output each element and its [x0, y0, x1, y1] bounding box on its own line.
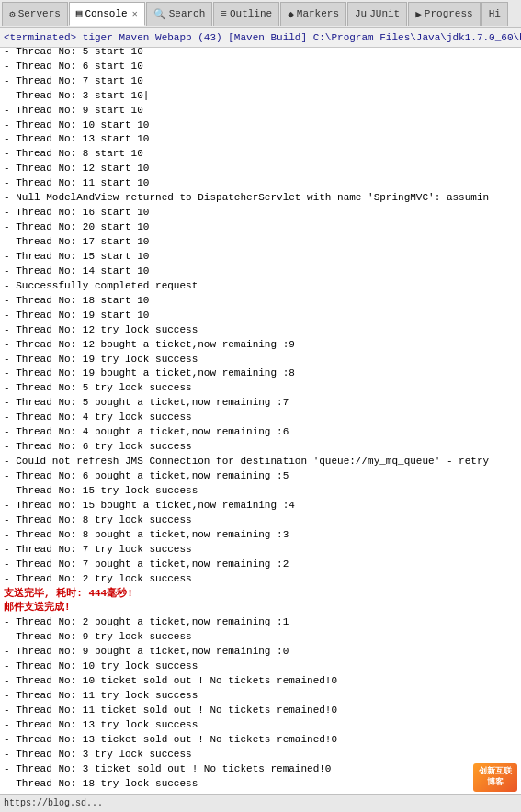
watermark-box: 创新互联 博客: [473, 763, 517, 792]
console-line: - Null ModelAndView returned to Dispatch…: [4, 191, 517, 206]
tab-junit-label: JUnit: [369, 8, 400, 19]
console-line: - Thread No: 13 ticket sold out ! No tic…: [4, 733, 517, 748]
console-line: - Thread No: 16 start 10: [4, 206, 517, 220]
console-line: - Thread No: 9 try lock success: [4, 630, 517, 645]
console-line: - Thread No: 12 start 10: [4, 162, 517, 176]
console-line: - Thread No: 6 bought a ticket,now remai…: [4, 469, 517, 484]
console-line: - Thread No: 12 try lock success: [4, 323, 517, 338]
console-line: - Thread No: 18 try lock success: [4, 777, 517, 792]
console-line: - Thread No: 4 bought a ticket,now remai…: [4, 425, 517, 440]
console-line: - Thread No: 9 bought a ticket,now remai…: [4, 645, 517, 660]
console-line: - Thread No: 12 bought a ticket,now rema…: [4, 338, 517, 353]
console-line: - Thread No: 11 try lock success: [4, 689, 517, 704]
console-line: - Thread No: 15 bought a ticket,now rema…: [4, 499, 517, 513]
tab-bar: ⚙ Servers ▤ Console ✕ 🔍 Search ≡ Outline…: [0, 0, 521, 28]
tab-progress-label: Progress: [425, 8, 473, 19]
console-line: - Thread No: 6 start 10: [4, 60, 517, 74]
console-line: - Thread No: 20 start 10: [4, 220, 517, 235]
status-text: https://blog.sd...: [4, 798, 103, 808]
console-line: - Thread No: 4 try lock success: [4, 411, 517, 425]
console-line: - Thread No: 2 bought a ticket,now remai…: [4, 615, 517, 630]
console-line: - Thread No: 11 start 10: [4, 176, 517, 191]
console-line: - Thread No: 3 start 10|: [4, 89, 517, 104]
tab-markers-label: Markers: [297, 8, 339, 19]
console-line: - Thread No: 8 try lock success: [4, 513, 517, 528]
hi-icon: Hi: [489, 8, 501, 19]
console-line: - Thread No: 7 bought a ticket,now remai…: [4, 558, 517, 572]
command-text: <terminated> tiger Maven Webapp (43) [Ma…: [4, 32, 521, 43]
console-line: - Thread No: 5 try lock success: [4, 381, 517, 396]
console-close-button[interactable]: ✕: [132, 8, 138, 19]
console-line: - Thread No: 11 ticket sold out ! No tic…: [4, 704, 517, 718]
console-line: - Could not refresh JMS Connection for d…: [4, 455, 517, 469]
console-line: - Thread No: 3 try lock success: [4, 748, 517, 762]
console-line: - Thread No: 5 bought a ticket,now remai…: [4, 396, 517, 411]
console-line: - Thread No: 17 start 10: [4, 235, 517, 250]
watermark: 创新互联 博客: [473, 763, 517, 792]
progress-icon: ▶: [415, 8, 422, 20]
console-line: - Thread No: 18 start 10: [4, 294, 517, 309]
console-line: - Thread No: 19 bought a ticket,now rema…: [4, 367, 517, 381]
tab-markers[interactable]: ◆ Markers: [280, 2, 346, 26]
console-line: - Successfully completed request: [4, 279, 517, 294]
console-line: 支送完毕, 耗时: 444毫秒!: [4, 587, 517, 602]
console-line: - Thread No: 15 try lock success: [4, 484, 517, 499]
console-icon: ▤: [76, 7, 83, 19]
tab-servers-label: Servers: [18, 8, 61, 19]
console-line: - Thread No: 19 try lock success: [4, 353, 517, 367]
console-line: - Thread No: 3 ticket sold out ! No tick…: [4, 762, 517, 777]
console-line: - Thread No: 5 start 10: [4, 48, 517, 60]
console-line: - Thread No: 7 try lock success: [4, 543, 517, 558]
console-output[interactable]: - Thread No: 1 start 10- Thread No: 2 st…: [0, 48, 521, 794]
status-bar: https://blog.sd...: [0, 794, 521, 812]
console-line: - Thread No: 14 start 10: [4, 265, 517, 279]
console-line: - Thread No: 10 start 10: [4, 118, 517, 133]
console-line: - Thread No: 13 start 10: [4, 132, 517, 147]
console-line: - Thread No: 6 try lock success: [4, 440, 517, 455]
tab-search[interactable]: 🔍 Search: [146, 2, 213, 26]
console-line: - Thread No: 19 start 10: [4, 309, 517, 323]
tab-servers[interactable]: ⚙ Servers: [2, 2, 68, 26]
tab-progress[interactable]: ▶ Progress: [408, 2, 480, 26]
console-line: - Thread No: 9 start 10: [4, 104, 517, 118]
console-line: - Thread No: 7 start 10: [4, 74, 517, 89]
tab-junit[interactable]: Ju JUnit: [347, 2, 407, 26]
console-line: 邮件支送完成!: [4, 601, 517, 615]
console-line: - Thread No: 8 bought a ticket,now remai…: [4, 528, 517, 543]
console-line: - Thread No: 2 try lock success: [4, 572, 517, 587]
console-line: - Thread No: 8 start 10: [4, 147, 517, 162]
tab-console-label: Console: [85, 8, 127, 19]
outline-icon: ≡: [221, 8, 227, 19]
tab-outline[interactable]: ≡ Outline: [213, 2, 279, 26]
console-line: - Thread No: 10 ticket sold out ! No tic…: [4, 674, 517, 689]
servers-icon: ⚙: [9, 8, 16, 20]
tab-hi[interactable]: Hi: [481, 2, 508, 26]
search-icon: 🔍: [153, 8, 166, 20]
console-line: - Thread No: 13 try lock success: [4, 718, 517, 733]
markers-icon: ◆: [288, 8, 294, 20]
watermark-line2: 博客: [479, 777, 512, 789]
junit-icon: Ju: [355, 8, 367, 19]
command-bar: <terminated> tiger Maven Webapp (43) [Ma…: [0, 28, 521, 48]
watermark-line1: 创新互联: [479, 766, 512, 778]
tab-console[interactable]: ▤ Console ✕: [69, 2, 145, 26]
console-line: - Thread No: 10 try lock success: [4, 660, 517, 674]
tab-outline-label: Outline: [230, 8, 272, 19]
console-line: - Thread No: 15 start 10: [4, 250, 517, 265]
tab-search-label: Search: [169, 8, 206, 19]
